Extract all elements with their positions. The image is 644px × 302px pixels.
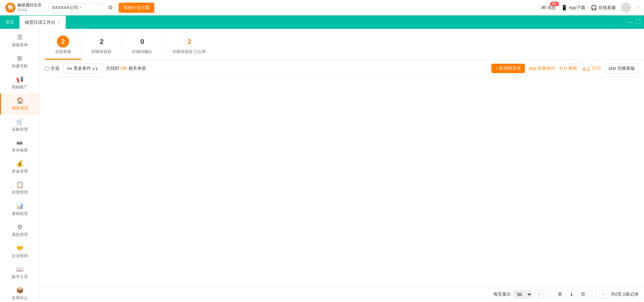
headset-icon (591, 5, 597, 11)
print-button[interactable]: 🖨 打印 (581, 65, 601, 71)
search-icon: ☰ (17, 34, 22, 41)
page-suffix: 页 (581, 291, 585, 297)
sidebar-item-operations[interactable]: 📋 经营管理 (0, 178, 39, 199)
company-chevron-icon: ▾ (79, 6, 81, 9)
prev-page-button[interactable]: ‹ (546, 290, 555, 299)
refresh-icon: ↻ (559, 65, 567, 71)
header-left: 畅 畅捷通好生意 标准版 XXXXXX公司 ▾ 体验行业方案 (5, 3, 154, 13)
sidebar-item-sales[interactable]: 🏠 销售管理 (0, 94, 39, 115)
inventory-icon: 🏘 (17, 139, 23, 146)
online-service-label: 在线客服 (598, 5, 616, 11)
select-all-checkbox[interactable]: 全选 (45, 65, 59, 71)
app-download-label: App下载 (569, 5, 585, 11)
last-page-button[interactable]: ⟫ (599, 290, 608, 299)
tab-home[interactable]: 首页 (0, 15, 19, 29)
filter-chevron-icon: ∨ (92, 66, 98, 71)
settings-button[interactable] (105, 3, 115, 13)
sidebar-item-purchase[interactable]: 🛒 采购管理 (0, 115, 39, 136)
stats-tabs: 2 全部单据 2 到期未收款 0 旺辅待确认 2 到期未收款 已出库 (40, 29, 644, 60)
pagination: 每页显示 50 100 200 ⟪ ‹ 第 页 › ⟫ 共0页,0条记录 (40, 286, 644, 302)
header-right: 消息 99+ App下载 在线客服 ▾ (541, 3, 639, 13)
sidebar-item-marketing[interactable]: 📢 营销推广 (0, 72, 39, 94)
sidebar-label-search: 搜索菜单 (12, 42, 28, 48)
refresh-label: 刷新 (569, 65, 577, 71)
tab-close-icon[interactable]: × (58, 20, 60, 25)
stat-label-all: 全部单据 (55, 49, 71, 55)
app-download-button[interactable]: App下载 (561, 5, 585, 11)
stat-label-overdue: 到期未收款 (92, 49, 112, 55)
page-input[interactable] (565, 291, 578, 298)
sidebar-label-collab: 企业协同 (12, 253, 28, 259)
sidebar-label-sales: 销售管理 (12, 106, 28, 111)
first-page-button[interactable]: ⟪ (535, 290, 544, 299)
stat-label-shipped: 到期未收款 已出库 (173, 49, 206, 55)
sidebar-label-guide: 新手引导 (12, 274, 28, 280)
sidebar-label-inventory: 库存核算 (12, 147, 28, 153)
logo-icon: 畅 (5, 3, 15, 13)
toolbar-right: + 新增销货单 ⊞ 批量操作 ↻ 刷新 🖨 打印 ⇄ 切换新版 (491, 63, 639, 73)
stat-tab-wangpu[interactable]: 0 旺辅待确认 (122, 33, 162, 60)
total-records: 共0页,0条记录 (611, 291, 639, 297)
toolbar: 全选 ≡ 更多条件 ∨ 共找到 0条 相关单据 + 新增销货单 ⊞ 批量操作 ↻ (40, 60, 644, 77)
sidebar-item-inventory[interactable]: 🏘 库存核算 (0, 136, 39, 157)
sidebar-item-finance[interactable]: 💰 资金管理 (0, 157, 39, 178)
username[interactable]: ▾ (637, 5, 639, 10)
sidebar-item-search[interactable]: ☰ 搜索菜单 (0, 30, 39, 51)
system-icon: ⚙ (17, 223, 22, 231)
filter-icon: ≡ (67, 66, 72, 71)
message-badge: 99+ (550, 2, 559, 6)
filter-button[interactable]: ≡ 更多条件 ∨ (63, 63, 102, 73)
sidebar-item-system[interactable]: ⚙ 系统管理 (0, 220, 39, 241)
tab-actions: — ⛶ (627, 19, 644, 25)
per-page-label: 每页显示 (493, 291, 511, 297)
trial-button[interactable]: 体验行业方案 (119, 3, 154, 13)
stat-tab-shipped[interactable]: 2 到期未收款 已出库 (163, 33, 216, 60)
content-area: 2 全部单据 2 到期未收款 0 旺辅待确认 2 到期未收款 已出库 (40, 29, 644, 302)
tab-minimize-icon[interactable]: — (627, 19, 633, 25)
sidebar-item-nav[interactable]: ⊞ 快捷导航 (0, 51, 39, 72)
sidebar-item-guide[interactable]: 📖 新手引导 (0, 262, 39, 283)
tab-navigation: 首页 钱货日清工作台 × — ⛶ (0, 15, 644, 29)
per-page-select[interactable]: 50 100 200 (514, 290, 532, 299)
operations-icon: 📋 (16, 181, 23, 188)
sidebar-item-collab[interactable]: 🤝 企业协同 (0, 241, 39, 262)
select-all-label: 全选 (51, 65, 59, 71)
tab-maximize-icon[interactable]: ⛶ (635, 19, 641, 25)
stat-number-wangpu: 0 (136, 36, 148, 48)
logo-area: 畅 畅捷通好生意 标准版 (5, 3, 45, 13)
collab-icon: 🤝 (16, 244, 23, 252)
add-sales-order-button[interactable]: + 新增销货单 (491, 64, 525, 73)
sidebar-label-operations: 经营管理 (12, 190, 28, 195)
sidebar: ☰ 搜索菜单 ⊞ 快捷导航 📢 营销推广 🏠 销售管理 🛒 采购管理 🏘 库存核… (0, 29, 40, 302)
sidebar-item-basic[interactable]: 📊 基础信息 (0, 199, 39, 220)
batch-operation-button[interactable]: ⊞ 批量操作 (529, 65, 555, 71)
switch-version-button[interactable]: ⇄ 切换新版 (605, 63, 639, 73)
sidebar-item-appstore[interactable]: 📦 应用中心 (0, 283, 39, 302)
top-header: 畅 畅捷通好生意 标准版 XXXXXX公司 ▾ 体验行业方案 消息 99+ Ap… (0, 0, 644, 15)
found-suffix: 相关单据 (128, 66, 146, 71)
tab-home-label: 首页 (5, 19, 14, 25)
avatar[interactable] (621, 3, 631, 13)
sidebar-label-system: 系统管理 (12, 232, 28, 238)
sales-icon: 🏠 (16, 97, 24, 104)
sidebar-label-appstore: 应用中心 (12, 295, 28, 301)
select-all-input[interactable] (45, 66, 49, 71)
sidebar-label-marketing: 营销推广 (12, 84, 28, 90)
refresh-button[interactable]: ↻ 刷新 (559, 65, 577, 71)
batch-label: 批量操作 (538, 65, 555, 71)
stat-tab-all[interactable]: 2 全部单据 (45, 33, 81, 60)
appstore-icon: 📦 (16, 287, 23, 294)
company-selector[interactable]: XXXXXX公司 ▾ (48, 3, 102, 12)
gear-icon (108, 4, 113, 11)
stat-number-overdue: 2 (96, 36, 108, 48)
sidebar-label-purchase: 采购管理 (12, 127, 28, 132)
tab-workbench[interactable]: 钱货日清工作台 × (19, 16, 66, 29)
found-text: 共找到 0条 相关单据 (106, 65, 146, 71)
next-page-button[interactable]: › (588, 290, 597, 299)
stat-label-wangpu: 旺辅待确认 (132, 49, 152, 55)
online-service-button[interactable]: 在线客服 (591, 5, 616, 11)
stat-tab-overdue[interactable]: 2 到期未收款 (82, 33, 122, 60)
table-area (40, 77, 644, 286)
message-button[interactable]: 消息 99+ (541, 4, 556, 11)
logo-text-area: 畅捷通好生意 标准版 (17, 3, 42, 13)
